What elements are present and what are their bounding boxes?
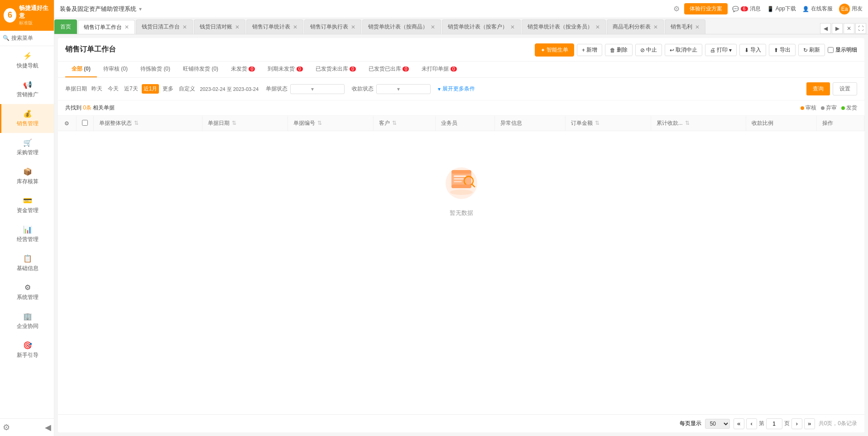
refresh-button[interactable]: ↻ 刷新 (798, 44, 825, 56)
sidebar-item-inventory[interactable]: 📦 库存核算 (0, 162, 54, 191)
export-button[interactable]: ⬆ 导出 (769, 44, 796, 56)
tab-close-cash-daily[interactable]: ✕ (182, 24, 187, 30)
tab-close-cash-reconcile[interactable]: ✕ (235, 24, 240, 30)
sidebar-item-system[interactable]: ⚙ 系统管理 (0, 278, 54, 307)
col-checkbox[interactable] (76, 116, 93, 131)
import-button[interactable]: ⬇ 导入 (739, 44, 766, 56)
sub-tab-expired[interactable]: 到期未发货 0 (261, 62, 309, 77)
date-opt-custom[interactable]: 自定义 (177, 84, 197, 94)
date-opt-1month[interactable]: 近1月 (142, 84, 159, 94)
tab-close-sales-exec[interactable]: ✕ (351, 24, 355, 30)
cancel-stop-button[interactable]: ↩ 取消中止 (665, 44, 702, 56)
col-amount[interactable]: 订单金额 ⇅ (565, 116, 651, 131)
col-ratio[interactable]: 收款比例 (746, 116, 817, 131)
sub-tab-not-shipped[interactable]: 未发货 0 (225, 62, 261, 77)
tab-nav-prev[interactable]: ◀ (820, 23, 831, 34)
sidebar-item-purchase[interactable]: 🛒 采购管理 (0, 133, 54, 162)
tab-close-sales-stat[interactable]: ✕ (293, 24, 297, 30)
col-staff[interactable]: 业务员 (436, 116, 494, 131)
sidebar-item-sales[interactable]: 💰 销售管理 (0, 104, 54, 133)
user-action[interactable]: Ea 用友 (839, 4, 863, 14)
message-action[interactable]: 💬 6 消息 (732, 5, 761, 13)
delete-button[interactable]: 🗑 删除 (605, 44, 633, 56)
online-service-action[interactable]: 👤 在线客服 (802, 5, 833, 13)
stop-button[interactable]: ⊘ 中止 (635, 44, 662, 56)
tab-sales-more[interactable]: 销售毛利 ✕ (665, 19, 705, 34)
anti-review-action[interactable]: 弃审 (821, 104, 837, 112)
tab-sales-stat[interactable]: 销售订单统计表 ✕ (246, 19, 303, 34)
tab-cash-daily[interactable]: 钱货日清工作台 ✕ (136, 19, 193, 34)
sub-tab-all[interactable]: 全部 (0) (65, 62, 97, 77)
sidebar-settings-icon[interactable]: ⚙ (3, 422, 10, 432)
sidebar-collapse-icon[interactable]: ◀ (45, 422, 51, 432)
ai-generate-button[interactable]: ✦ 智能生单 (535, 43, 574, 57)
tab-nav-next[interactable]: ▶ (832, 23, 843, 34)
tab-cash-reconcile[interactable]: 钱货日清对账 ✕ (194, 19, 245, 34)
col-number[interactable]: 单据编号 ⇅ (288, 116, 373, 131)
review-action[interactable]: 审核 (801, 104, 816, 112)
tab-close-sales-by-product[interactable]: ✕ (431, 24, 435, 30)
sub-tab-pending-inspect[interactable]: 待拣验货 (0) (134, 62, 177, 77)
data-table[interactable]: ⚙ 单据整体状态 ⇅ 单据日期 ⇅ 单据编号 (58, 116, 864, 409)
tab-sales-exec[interactable]: 销售订单执行表 ✕ (304, 19, 361, 34)
add-button[interactable]: + 新增 (577, 44, 602, 56)
sub-tab-wangpu-ship[interactable]: 旺铺待发货 (0) (177, 62, 225, 77)
horizontal-scrollbar[interactable] (58, 409, 864, 414)
date-opt-more[interactable]: 更多 (161, 84, 175, 94)
sidebar-item-operations[interactable]: 📊 经营管理 (0, 220, 54, 249)
sidebar-item-finance[interactable]: 💳 资金管理 (0, 191, 54, 220)
tab-sales-order-workbench[interactable]: 销售订单工作台 ✕ (78, 20, 135, 34)
status-select[interactable]: ▾ (290, 84, 345, 94)
tab-close-sales-order[interactable]: ✕ (125, 24, 129, 30)
sub-tab-shipped-out[interactable]: 已发货已出库 0 (362, 62, 415, 77)
tab-close-sales-by-customer[interactable]: ✕ (510, 24, 515, 30)
tab-close-all[interactable]: ✕ (844, 23, 854, 34)
sub-tab-shipped-not-out[interactable]: 已发货未出库 0 (309, 62, 362, 77)
date-opt-today[interactable]: 今天 (106, 84, 120, 94)
col-customer[interactable]: 客户 ⇅ (373, 116, 436, 131)
tab-product-profit[interactable]: 商品毛利分析表 ✕ (607, 19, 664, 34)
sub-tab-pending-review[interactable]: 待审核 (0) (97, 62, 134, 77)
tab-close-sales-more[interactable]: ✕ (695, 24, 700, 30)
tab-close-product-profit[interactable]: ✕ (653, 24, 658, 30)
page-size-select[interactable]: 50 10 20 100 (705, 419, 730, 429)
dropdown-arrow-icon[interactable]: ▾ (139, 6, 142, 12)
prev-page-button[interactable]: ‹ (746, 418, 757, 429)
sidebar-item-quick-nav[interactable]: ⚡ 快捷导航 (0, 46, 54, 75)
sidebar-item-guide[interactable]: 🎯 新手引导 (0, 336, 54, 365)
payment-select[interactable]: ▾ (376, 84, 431, 94)
select-all-checkbox[interactable] (82, 120, 88, 126)
next-page-button[interactable]: › (791, 418, 802, 429)
show-detail-toggle[interactable]: 显示明细 (828, 46, 857, 54)
col-abnormal[interactable]: 异常信息 (494, 116, 565, 131)
page-number-input[interactable] (766, 418, 782, 429)
topbar-settings-icon[interactable]: ⚙ (673, 5, 680, 13)
tab-sales-by-staff[interactable]: 销货单统计表（按业务员） ✕ (522, 19, 606, 34)
trial-button[interactable]: 体验行业方案 (684, 3, 728, 14)
tab-sales-by-customer[interactable]: 销货单统计表（按客户） ✕ (442, 19, 521, 34)
col-date[interactable]: 单据日期 ⇅ (202, 116, 288, 131)
first-page-button[interactable]: « (734, 418, 744, 429)
app-download-action[interactable]: 📱 App下载 (767, 5, 796, 13)
sub-tab-not-printed[interactable]: 未打印单据 0 (415, 62, 463, 77)
expand-filter-button[interactable]: ▾ 展开更多条件 (438, 85, 475, 93)
date-opt-7days[interactable]: 近7天 (122, 84, 140, 94)
ship-action[interactable]: 发货 (841, 104, 857, 112)
tab-home[interactable]: 首页 (54, 19, 77, 34)
last-page-button[interactable]: » (804, 418, 815, 429)
sidebar-item-marketing[interactable]: 📢 营销推广 (0, 75, 54, 104)
print-button[interactable]: 🖨 打印 ▾ (705, 44, 737, 56)
col-settings[interactable]: ⚙ (58, 116, 76, 131)
date-opt-yesterday[interactable]: 昨天 (90, 84, 104, 94)
sidebar-search[interactable]: 🔍 搜索菜单 (0, 31, 54, 46)
sidebar-item-enterprise[interactable]: 🏢 企业协同 (0, 307, 54, 336)
sidebar-item-base-info[interactable]: 📋 基础信息 (0, 249, 54, 278)
query-button[interactable]: 查询 (806, 82, 830, 95)
settings-button[interactable]: 设置 (833, 82, 857, 95)
col-status[interactable]: 单据整体状态 ⇅ (93, 116, 202, 131)
tab-close-sales-by-staff[interactable]: ✕ (595, 24, 600, 30)
col-collected[interactable]: 累计收款... ⇅ (651, 116, 746, 131)
show-detail-checkbox[interactable] (828, 47, 834, 53)
tab-maximize[interactable]: ⛶ (855, 23, 866, 34)
tab-sales-by-product[interactable]: 销货单统计表（按商品） ✕ (362, 19, 441, 34)
